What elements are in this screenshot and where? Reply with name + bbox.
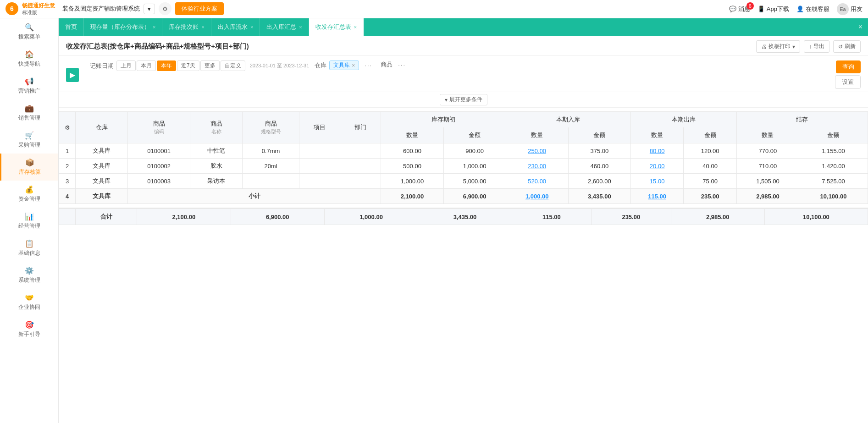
sidebar-item-quick-nav[interactable]: 🏠 快捷导航 bbox=[0, 45, 58, 72]
row-in-qty[interactable]: 250.00 bbox=[506, 143, 568, 159]
row-goods-code: 0100001 bbox=[128, 143, 190, 159]
warehouse-label: 仓库 bbox=[315, 61, 326, 70]
tab-bar: 首页 现存量（库存分布表） × 库存批次账 × 出入库流水 × 出入库汇总 × bbox=[59, 18, 868, 36]
sidebar-item-operations[interactable]: 📊 经营管理 bbox=[0, 208, 58, 235]
user-menu[interactable]: Ea 用友 bbox=[837, 3, 862, 15]
top-bar: 6 畅捷通好生意 标准版 装备及固定资产辅助管理系统 ▾ ⚙ 体验行业方案 💬 … bbox=[0, 0, 868, 18]
sidebar-item-basic-info[interactable]: 📋 基础信息 bbox=[0, 235, 58, 262]
sidebar-item-label: 系统管理 bbox=[18, 276, 40, 284]
tab-stock-summary[interactable]: 收发存汇总表 × bbox=[309, 18, 364, 36]
row-opening-amt: 900.00 bbox=[443, 143, 506, 159]
sidebar-item-label: 库存核算 bbox=[19, 168, 41, 176]
row-in-qty[interactable]: 230.00 bbox=[506, 159, 568, 174]
tab-summary[interactable]: 出入库汇总 × bbox=[260, 18, 309, 36]
warehouse-filter-dots[interactable]: ··· bbox=[362, 62, 375, 69]
col-in: 本期入库 bbox=[506, 112, 630, 128]
tab-batch[interactable]: 库存批次账 × bbox=[162, 18, 211, 36]
sidebar-item-sales[interactable]: 💼 销售管理 bbox=[0, 99, 58, 126]
chevron-down-icon: ▾ bbox=[792, 44, 795, 50]
row-goods-name: 中性笔 bbox=[190, 143, 243, 159]
col-in-amt: 金额 bbox=[568, 127, 630, 143]
sidebar-item-search[interactable]: 🔍 搜索菜单 bbox=[0, 18, 58, 45]
row-goods-spec: 0.7mm bbox=[243, 143, 299, 159]
subtotal-in-qty[interactable]: 1,000.00 bbox=[506, 189, 568, 204]
sidebar: 🔍 搜索菜单 🏠 快捷导航 📢 营销推广 💼 销售管理 🛒 采购管理 📦 bbox=[0, 18, 59, 423]
header-right-buttons: 🖨 换板打印 ▾ ↑ 导出 ↺ 刷新 bbox=[756, 40, 861, 53]
footer-balance-qty: 2,985.00 bbox=[671, 209, 764, 225]
footer-label: 合计 bbox=[76, 209, 137, 225]
query-action-area: 查询 设置 bbox=[835, 60, 861, 89]
row-out-amt: 40.00 bbox=[684, 159, 737, 174]
refresh-icon: ↺ bbox=[838, 44, 843, 50]
row-warehouse: 文具库 bbox=[76, 143, 128, 159]
sidebar-item-purchase[interactable]: 🛒 采购管理 bbox=[0, 126, 58, 154]
app-download-btn[interactable]: 📱 App下载 bbox=[757, 5, 789, 13]
sidebar-item-system[interactable]: ⚙️ 系统管理 bbox=[0, 262, 58, 289]
date-btn-7days[interactable]: 近7天 bbox=[177, 60, 199, 71]
filter-toggle-button[interactable]: ▶ bbox=[66, 68, 79, 82]
sidebar-item-marketing[interactable]: 📢 营销推广 bbox=[0, 72, 58, 99]
settings-icon[interactable]: ⚙ bbox=[159, 2, 171, 15]
sidebar-item-enterprise[interactable]: 🤝 企业协同 bbox=[0, 289, 58, 316]
row-department bbox=[340, 143, 381, 159]
date-btn-custom[interactable]: 自定义 bbox=[221, 60, 245, 71]
row-balance-qty: 770.00 bbox=[736, 143, 799, 159]
row-out-qty[interactable]: 80.00 bbox=[630, 143, 684, 159]
date-btn-this-month[interactable]: 本月 bbox=[137, 60, 156, 71]
row-in-qty[interactable]: 520.00 bbox=[506, 174, 568, 189]
warehouse-tag-close[interactable]: × bbox=[352, 62, 355, 69]
print-button[interactable]: 🖨 换板打印 ▾ bbox=[756, 40, 800, 53]
trial-button[interactable]: 体验行业方案 bbox=[175, 2, 224, 15]
col-in-qty: 数量 bbox=[506, 127, 568, 143]
col-balance-amt: 金额 bbox=[799, 127, 868, 143]
row-out-qty[interactable]: 15.00 bbox=[630, 174, 684, 189]
message-btn[interactable]: 💬 消息 6 bbox=[729, 5, 750, 13]
system-icon: ⚙️ bbox=[25, 266, 34, 275]
tab-close-icon[interactable]: × bbox=[250, 24, 253, 30]
sidebar-item-newbie[interactable]: 🎯 新手引导 bbox=[0, 316, 58, 343]
date-btn-this-year[interactable]: 本年 bbox=[157, 60, 176, 71]
subtotal-balance-qty: 2,985.00 bbox=[736, 189, 799, 204]
logo-icon: 6 bbox=[6, 2, 18, 15]
export-button[interactable]: ↑ 导出 bbox=[804, 40, 829, 53]
content-area: 首页 现存量（库存分布表） × 库存批次账 × 出入库流水 × 出入库汇总 × bbox=[59, 18, 868, 423]
row-balance-qty: 710.00 bbox=[736, 159, 799, 174]
col-balance-qty: 数量 bbox=[736, 127, 799, 143]
sidebar-item-inventory[interactable]: 📦 库存核算 bbox=[0, 154, 58, 181]
subtotal-out-qty[interactable]: 115.00 bbox=[630, 189, 684, 204]
row-department bbox=[340, 159, 381, 174]
date-btn-more[interactable]: 更多 bbox=[200, 60, 220, 71]
row-balance-amt: 7,525.00 bbox=[799, 174, 868, 189]
tab-close-icon[interactable]: × bbox=[201, 24, 204, 30]
subtotal-in-amt: 3,435.00 bbox=[568, 189, 630, 204]
tab-bar-close-icon[interactable]: × bbox=[853, 23, 868, 31]
tab-close-icon[interactable]: × bbox=[354, 24, 357, 30]
date-btn-last-month[interactable]: 上月 bbox=[116, 60, 136, 71]
query-button[interactable]: 查询 bbox=[836, 60, 861, 73]
tab-close-icon[interactable]: × bbox=[299, 24, 302, 30]
tab-home[interactable]: 首页 bbox=[59, 18, 84, 36]
expand-more-button[interactable]: ▾ 展开更多条件 bbox=[440, 94, 487, 105]
subtotal-label: 小计 bbox=[128, 189, 381, 204]
footer-empty1 bbox=[59, 209, 76, 225]
row-goods-spec: 20ml bbox=[243, 159, 299, 174]
system-dropdown[interactable]: ▾ bbox=[144, 4, 155, 14]
subtotal-balance-amt: 10,100.00 bbox=[799, 189, 868, 204]
refresh-button[interactable]: ↺ 刷新 bbox=[833, 40, 861, 53]
marketing-icon: 📢 bbox=[25, 77, 34, 86]
row-out-qty[interactable]: 20.00 bbox=[630, 159, 684, 174]
filter-settings-button[interactable]: 设置 bbox=[835, 75, 861, 89]
col-settings[interactable]: ⚙ bbox=[59, 112, 76, 143]
sidebar-item-finance[interactable]: 💰 资金管理 bbox=[0, 181, 58, 208]
table-row: 2 文具库 0100002 胶水 20ml 500.00 1,000.00 23… bbox=[59, 159, 868, 174]
tab-flow[interactable]: 出入库流水 × bbox=[211, 18, 260, 36]
tab-inventory-dist[interactable]: 现存量（库存分布表） × bbox=[84, 18, 162, 36]
online-service-btn[interactable]: 👤 在线客服 bbox=[796, 5, 829, 13]
goods-filter-dots[interactable]: ··· bbox=[395, 61, 409, 68]
row-balance-amt: 1,420.00 bbox=[799, 159, 868, 174]
subtotal-row: 4 文具库 小计 2,100.00 6,900.00 1,000.00 3,43… bbox=[59, 189, 868, 204]
table-row: 1 文具库 0100001 中性笔 0.7mm 600.00 900.00 25… bbox=[59, 143, 868, 159]
sidebar-item-label: 快捷导航 bbox=[18, 60, 40, 68]
operations-icon: 📊 bbox=[25, 212, 34, 221]
tab-close-icon[interactable]: × bbox=[153, 24, 155, 30]
